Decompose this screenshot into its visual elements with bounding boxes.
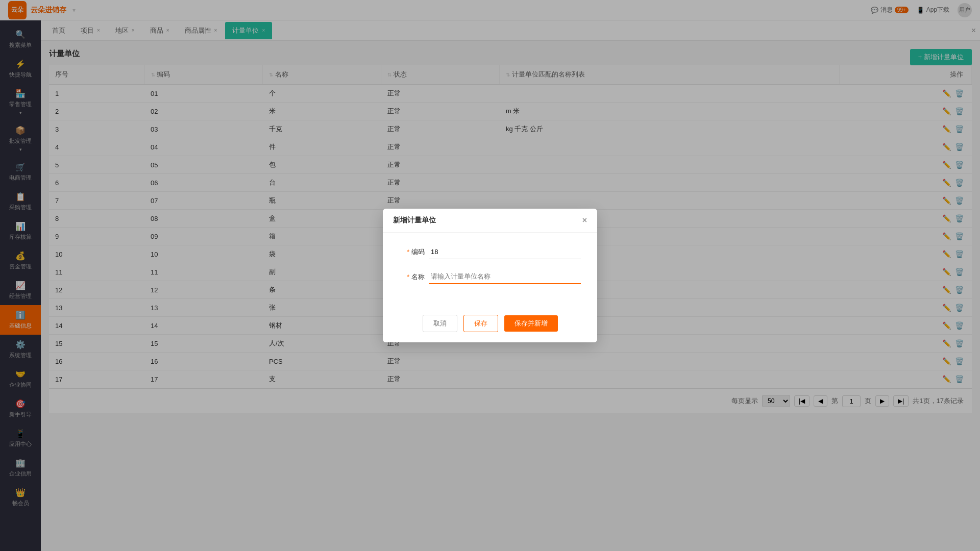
modal-header: 新增计量单位 × [383,209,597,233]
save-button[interactable]: 保存 [463,315,498,332]
add-unit-modal: 新增计量单位 × 编码 名称 取消 保存 保存并新增 [383,209,597,342]
name-label: 名称 [399,272,425,282]
modal-footer: 取消 保存 保存并新增 [383,307,597,342]
modal-close-btn[interactable]: × [582,216,587,224]
code-input[interactable] [429,245,581,259]
form-row-name: 名称 [399,269,581,284]
code-label: 编码 [399,247,425,257]
modal-overlay: 新增计量单位 × 编码 名称 取消 保存 保存并新增 [0,0,980,551]
cancel-button[interactable]: 取消 [423,315,457,332]
form-row-code: 编码 [399,245,581,259]
modal-body: 编码 名称 [383,233,597,307]
save-and-new-button[interactable]: 保存并新增 [504,315,558,332]
modal-title: 新增计量单位 [393,216,436,225]
name-input[interactable] [429,269,581,284]
